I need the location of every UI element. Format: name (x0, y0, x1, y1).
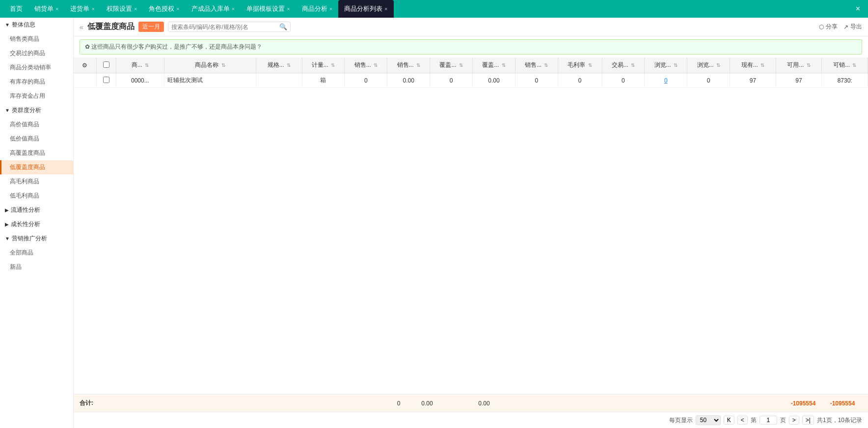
col-sales-amt[interactable]: 销售... ⇅ (387, 57, 430, 73)
col-sales-qty[interactable]: 销售... ⇅ (345, 57, 387, 73)
sidebar: ▼ 整体信息 销售类商品 交易过的商品 商品分类动销率 有库存的商品 库存资金占… (0, 18, 74, 428)
search-box[interactable]: 🔍 (168, 22, 291, 32)
close-icon[interactable]: × (384, 6, 387, 12)
sidebar-item-high-coverage[interactable]: 高覆盖度商品 (0, 146, 73, 160)
footer-available: -1095554 (823, 400, 862, 407)
row-checkbox-cell[interactable] (96, 73, 116, 88)
first-page-button[interactable]: K (724, 416, 734, 425)
table-container: ⚙ 商... ⇅ 商品名称 ⇅ 规格... ⇅ 计量... ⇅ 销售... ⇅ … (74, 57, 868, 394)
sidebar-item-traded-goods[interactable]: 交易过的商品 (0, 46, 73, 60)
row-code: 0000... (116, 73, 164, 88)
table-header-row: ⚙ 商... ⇅ 商品名称 ⇅ 规格... ⇅ 计量... ⇅ 销售... ⇅ … (74, 57, 868, 73)
sidebar-section-cluster[interactable]: ▼ 类群度分析 (0, 103, 73, 117)
period-button[interactable]: 近一月 (138, 22, 164, 32)
row-settings (74, 73, 96, 88)
nav-tab-inbound[interactable]: 产成品入库单 × (186, 0, 241, 18)
export-icon: ↗ (843, 24, 848, 30)
sidebar-item-high-value[interactable]: 高价值商品 (0, 117, 73, 132)
table-footer: 合计: 0 0.00 0.00 -1095554 -1095554 (74, 394, 868, 412)
footer-coverage2: 0.00 (470, 400, 498, 407)
nav-tab-home[interactable]: 首页 (4, 0, 28, 18)
sidebar-section-marketing[interactable]: ▼ 营销推广分析 (0, 231, 73, 246)
col-transaction[interactable]: 交易... ⇅ (602, 57, 645, 73)
close-icon[interactable]: × (232, 6, 235, 12)
content-header: « 低覆盖度商品 近一月 🔍 ⬡ 分享 ↗ 导出 (74, 18, 868, 36)
sidebar-item-high-margin[interactable]: 高毛利商品 (0, 174, 73, 189)
sidebar-item-new-goods[interactable]: 新品 (0, 260, 73, 274)
col-gross-rate[interactable]: 毛利率 ⇅ (558, 57, 602, 73)
col-browse1[interactable]: 浏览... ⇅ (645, 57, 687, 73)
row-coverage1: 0 (430, 73, 473, 88)
table-row: 0000... 旺辅批次测试 箱 0 0.00 0 0.00 0 0 0 0 0… (74, 73, 868, 88)
close-icon[interactable]: × (176, 6, 179, 12)
last-page-button[interactable]: >| (802, 416, 814, 425)
row-sellable: 8730: (822, 73, 868, 88)
row-gross-rate: 0 (558, 73, 602, 88)
nav-tab-permissions[interactable]: 权限设置 × (101, 0, 143, 18)
page-input[interactable] (760, 416, 777, 425)
chevron-down-icon: ▼ (5, 108, 10, 113)
row-browse2: 0 (687, 73, 730, 88)
row-sales-qty: 0 (345, 73, 387, 88)
export-button[interactable]: ↗ 导出 (843, 23, 862, 31)
top-nav: 首页 销货单 × 进货单 × 权限设置 × 角色授权 × 产成品入库单 × 单据… (0, 0, 868, 18)
col-browse2[interactable]: 浏览... ⇅ (687, 57, 730, 73)
close-icon[interactable]: × (287, 6, 290, 12)
row-transaction: 0 (602, 73, 645, 88)
sidebar-item-sales-goods[interactable]: 销售类商品 (0, 32, 73, 46)
close-icon[interactable]: × (329, 6, 332, 12)
col-sales3[interactable]: 销售... ⇅ (515, 57, 558, 73)
sidebar-item-low-coverage[interactable]: 低覆盖度商品 (0, 160, 73, 174)
col-spec[interactable]: 规格... ⇅ (256, 57, 302, 73)
close-all-button[interactable]: × (852, 4, 864, 13)
data-table: ⚙ 商... ⇅ 商品名称 ⇅ 规格... ⇅ 计量... ⇅ 销售... ⇅ … (74, 57, 868, 88)
share-icon: ⬡ (819, 24, 824, 30)
col-available[interactable]: 可用... ⇅ (776, 57, 822, 73)
row-current: 97 (730, 73, 776, 88)
col-coverage1[interactable]: 覆盖... ⇅ (430, 57, 473, 73)
nav-tab-purchase[interactable]: 进货单 × (64, 0, 100, 18)
col-code[interactable]: 商... ⇅ (116, 57, 164, 73)
close-icon[interactable]: × (134, 6, 137, 12)
close-icon[interactable]: × (91, 6, 94, 12)
sidebar-item-in-stock[interactable]: 有库存的商品 (0, 75, 73, 89)
footer-sales-amt: 0.00 (413, 400, 441, 407)
chevron-down-icon: ▼ (5, 236, 10, 241)
per-page-select[interactable]: 50 20 100 (696, 415, 721, 425)
col-coverage2[interactable]: 覆盖... ⇅ (473, 57, 515, 73)
collapse-button[interactable]: « (80, 23, 83, 31)
sidebar-item-capital[interactable]: 库存资金占用 (0, 89, 73, 103)
search-input[interactable] (171, 24, 279, 30)
select-all-checkbox[interactable] (103, 61, 109, 68)
chevron-right-icon: ▶ (5, 222, 9, 227)
info-banner: ✿ 这些商品只有很少客户购买过，是推广不够，还是商品本身问题？ (80, 39, 862, 55)
row-unit: 箱 (302, 73, 345, 88)
col-sellable[interactable]: 可销... ⇅ (822, 57, 868, 73)
row-checkbox[interactable] (103, 77, 109, 83)
col-settings[interactable]: ⚙ (74, 57, 96, 73)
close-icon[interactable]: × (55, 6, 58, 12)
col-name[interactable]: 商品名称 ⇅ (164, 57, 256, 73)
sidebar-item-low-value[interactable]: 低价值商品 (0, 132, 73, 146)
col-current[interactable]: 现有... ⇅ (730, 57, 776, 73)
nav-tab-analysis-list[interactable]: 商品分析列表 × (338, 0, 393, 18)
row-sales-amt: 0.00 (387, 73, 430, 88)
footer-sales-qty: 0 (384, 400, 413, 407)
col-check[interactable] (96, 57, 116, 73)
sidebar-section-overall[interactable]: ▼ 整体信息 (0, 18, 73, 32)
sidebar-item-all-goods[interactable]: 全部商品 (0, 246, 73, 260)
col-unit[interactable]: 计量... ⇅ (302, 57, 345, 73)
sidebar-item-low-margin[interactable]: 低毛利商品 (0, 189, 73, 203)
prev-page-button[interactable]: < (737, 416, 748, 425)
sidebar-item-category-rate[interactable]: 商品分类动销率 (0, 60, 73, 75)
row-browse1[interactable]: 0 (645, 73, 687, 88)
sidebar-section-growth[interactable]: ▶ 成长性分析 (0, 217, 73, 231)
nav-tab-analysis[interactable]: 商品分析 × (296, 0, 338, 18)
content-area: « 低覆盖度商品 近一月 🔍 ⬡ 分享 ↗ 导出 ✿ 这些商品只有很少客户购买过… (74, 18, 868, 428)
nav-tab-sales[interactable]: 销货单 × (28, 0, 64, 18)
sidebar-section-circulation[interactable]: ▶ 流通性分析 (0, 203, 73, 217)
share-button[interactable]: ⬡ 分享 (819, 23, 838, 31)
nav-tab-roles[interactable]: 角色授权 × (143, 0, 185, 18)
next-page-button[interactable]: > (789, 416, 799, 425)
nav-tab-template[interactable]: 单据模板设置 × (241, 0, 296, 18)
